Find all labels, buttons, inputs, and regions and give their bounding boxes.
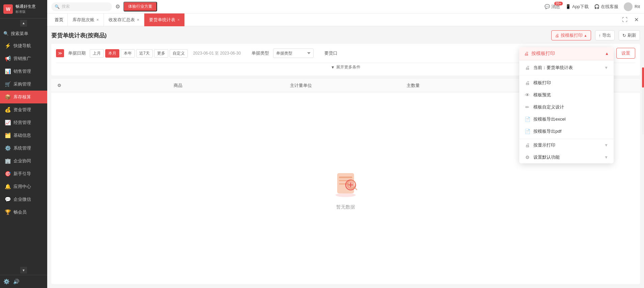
nav-icon-operations: 📈 [5,120,11,126]
app-version: 标准版 [16,9,36,14]
nav-icon-appstore: 🔔 [5,184,11,190]
th-unit: 主计量单位 [287,83,404,89]
sidebar-item-wechat[interactable]: 💬 企业微信 [0,193,47,206]
dropdown-item-template-design[interactable]: ✏ 模板自定义设计 [519,101,614,113]
nav-icon-guide: 🎯 [5,171,11,177]
tabbar: 首页 库存批次账 × 收发存汇总表 × 要货单统计表 × ⛶ ✕ [47,13,644,26]
dropdown-set-default[interactable]: ⚙ 设置默认功能 ▼ [519,151,614,163]
set-default-label: 设置默认功能 [533,154,601,160]
refresh-btn[interactable]: ↻ 刷新 [619,30,640,40]
date-btn-this-month[interactable]: 本月 [105,49,119,58]
sidebar-item-finance[interactable]: 💰 资金管理 [0,103,47,116]
scrollbar[interactable] [642,67,644,135]
template-design-icon: ✏ [525,104,530,110]
export-btn[interactable]: ↑ 导出 [595,30,615,40]
tab-inventory-batch-close[interactable]: × [96,18,99,22]
nav-label-system: 系统管理 [13,145,31,151]
sidebar-item-purchase[interactable]: 🛒 采购管理 [0,78,47,91]
date-btn-this-year[interactable]: 本年 [121,49,135,58]
sound-icon[interactable]: 🔊 [13,279,20,285]
page-header: 要货单统计表(按商品) 🖨 按模板打印 ▲ ↑ 导出 ↻ 刷新 [51,30,640,40]
search-icon: 🔍 [3,31,9,36]
sidebar-item-inventory[interactable]: 📦 库存核算 [0,91,47,103]
dropdown-item-template-print[interactable]: 🖨 模板打印 [519,77,614,89]
export-excel-label: 按模板导出excel [533,116,608,122]
nav-icon-sales: 📊 [5,68,11,74]
date-range-display: 2023-06-01 至 2023-06-30 [193,51,241,56]
topbar-settings-icon[interactable]: ⚙ [115,3,120,10]
current-template-arrow: ▼ [604,65,608,70]
settings-icon[interactable]: ⚙️ [3,279,10,285]
inventory-batch-label: 库存批次账 [72,17,94,23]
tab-receipt-summary-close[interactable]: × [137,18,139,22]
print-dropdown-arrow: ▲ [584,34,587,37]
refresh-icon: ↻ [622,33,626,38]
topbar-search[interactable]: 🔍 搜索 [51,2,112,11]
sidebar-item-member[interactable]: 🏆 畅会员 [0,206,47,219]
dropdown-items-section: 🖨 模板打印 👁 模板预览 ✏ 模板自定义设计 📄 按模板导出excel 📄 按… [519,75,614,139]
tab-inventory-batch[interactable]: 库存批次账 × [68,13,104,26]
dropdown-header-title: 🖨 按模板打印 [524,51,555,57]
filter-settings-btn[interactable]: 设置 [616,48,635,59]
sidebar-item-appstore[interactable]: 🔔 应用中心 [0,180,47,193]
date-btn-more[interactable]: 更多 [154,49,168,58]
sidebar-item-guide[interactable]: 🎯 新手引导 [0,167,47,180]
dropdown-item-export-pdf[interactable]: 📄 按模板导出pdf [519,125,614,137]
nav-label-inventory: 库存核算 [13,94,31,100]
message-btn[interactable]: 💬 消息 99+ [545,4,560,10]
date-btn-last-month[interactable]: 上月 [90,49,104,58]
sidebar-bottom: ⚙️ 🔊 [0,275,47,288]
print-template-btn[interactable]: 🖨 按模板打印 ▲ [551,30,591,40]
sidebar-item-sales[interactable]: 📊 销售管理 [0,65,47,78]
expand-label: 展开更多条件 [336,64,360,70]
sidebar-item-system[interactable]: ⚙️ 系统管理 [0,142,47,155]
type-filter-select[interactable]: 单据类型 [273,49,314,58]
print-template-label: 按模板打印 [561,32,583,38]
tab-maximize-btn[interactable]: ⛶ [620,15,629,24]
nav-label-wechat: 企业微信 [13,196,31,202]
export-label: 导出 [602,32,611,38]
set-default-arrow: ▼ [604,155,608,160]
online-service-btn[interactable]: 🎧 在线客服 [594,4,618,10]
tab-close-all-btn[interactable]: ✕ [632,15,641,24]
search-menu[interactable]: 🔍 搜索菜单 [0,28,47,39]
sidebar: W 畅通好生意 标准版 ▲ 🔍 搜索菜单 ⚡ 快捷导航 📢 营销推广 📊 销售管… [0,0,47,288]
dropdown-item-export-excel[interactable]: 📄 按模板导出excel [519,113,614,125]
filter-expand-icon[interactable]: ≫ [56,49,64,57]
sidebar-item-operations[interactable]: 📈 经营管理 [0,116,47,129]
nav-label-finance: 资金管理 [13,107,31,113]
dropdown-item-template-preview[interactable]: 👁 模板预览 [519,89,614,101]
dropdown-display-print[interactable]: 🖨 按显示打印 ▼ [519,139,614,151]
tab-order-stats[interactable]: 要货单统计表 × [144,13,185,26]
svg-rect-2 [339,177,352,178]
sidebar-item-marketing[interactable]: 📢 营销推广 [0,52,47,65]
app-download-btn[interactable]: 📱 App下载 [565,4,589,10]
dropdown-current-item[interactable]: 🖨 当前：要货单统计表 ▼ [519,62,614,74]
sidebar-item-basic[interactable]: 🗂️ 基础信息 [0,129,47,142]
date-btn-last-7days[interactable]: 近7天 [136,49,153,58]
template-design-label: 模板自定义设计 [533,104,608,110]
current-template-label: 当前：要货单统计表 [533,65,601,71]
page-title: 要货单统计表(按商品) [51,32,107,39]
sidebar-item-quick-nav[interactable]: ⚡ 快捷导航 [0,39,47,52]
user-menu[interactable]: Rit [624,2,640,11]
scroll-up-btn[interactable]: ▲ [20,20,27,27]
dropdown-collapse-btn[interactable]: ▲ [605,51,609,56]
nav-icon-enterprise: 🏢 [5,158,11,164]
sidebar-item-enterprise[interactable]: 🏢 企业协同 [0,155,47,167]
tab-receipt-summary[interactable]: 收发存汇总表 × [104,13,144,26]
expand-icon: ▼ [331,65,335,70]
template-preview-icon: 👁 [525,92,530,98]
trial-btn[interactable]: 体验行业方案 [123,2,157,11]
date-btn-custom[interactable]: 自定义 [170,49,188,58]
nav-label-sales: 销售管理 [13,68,31,74]
page-actions: 🖨 按模板打印 ▲ ↑ 导出 ↻ 刷新 [551,30,640,40]
topbar-search-placeholder: 搜索 [62,4,70,9]
tab-home[interactable]: 首页 [51,13,68,26]
scroll-down-btn[interactable]: ▼ [20,267,27,274]
export-icon: ↑ [599,33,601,38]
app-name: 畅通好生意 [16,4,36,9]
tab-order-stats-close[interactable]: × [177,18,180,22]
dropdown-current-section: 🖨 当前：要货单统计表 ▼ [519,60,614,75]
topbar: 🔍 搜索 ⚙ 体验行业方案 💬 消息 99+ 📱 App下载 🎧 在线客服 Ri… [47,0,644,13]
